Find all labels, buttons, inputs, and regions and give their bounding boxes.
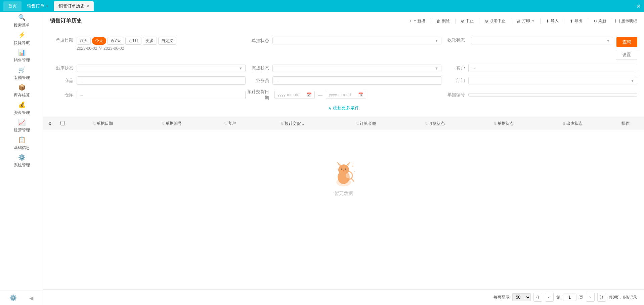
- import-button[interactable]: ⬇ 导入: [544, 17, 561, 25]
- filter-customer-cell: 客户 ···: [441, 64, 637, 72]
- delivery-date-start[interactable]: yyyy-mm-dd 📅: [274, 91, 315, 99]
- date-dash: —: [318, 92, 323, 98]
- th-order-amount: ⇅ 订单金额: [332, 117, 400, 130]
- date-btn-1month[interactable]: 近1月: [125, 37, 142, 45]
- tab-home[interactable]: 首页: [3, 1, 22, 11]
- date-btn-group: 昨天 今天 近7天 近1月 更多 自定义: [77, 37, 176, 45]
- window-close-btn[interactable]: ✕: [636, 3, 641, 9]
- sidebar-item-system-mgmt[interactable]: ⚙️ 系统管理: [0, 152, 43, 169]
- filter-order-number-cell: 单据编号: [441, 92, 637, 98]
- order-status-select[interactable]: ▼: [272, 37, 441, 44]
- page-title-row: 销售订单历史 ＋ + 新增 🗑 删除 ⊘ 中止: [50, 17, 637, 25]
- th-action: 操作: [607, 117, 644, 130]
- th-order-amount-sort-icon[interactable]: ⇅: [356, 122, 359, 125]
- th-expected-delivery-sort-icon[interactable]: ⇅: [281, 122, 284, 125]
- delete-icon: 🗑: [436, 19, 440, 24]
- delete-button[interactable]: 🗑 删除: [434, 17, 452, 25]
- sidebar-item-inventory-label: 库存核算: [14, 92, 30, 98]
- department-chevron: ▼: [631, 79, 634, 83]
- salesperson-label: 业务员: [246, 78, 272, 84]
- date-btn-more[interactable]: 更多: [143, 37, 157, 45]
- sidebar-item-operations[interactable]: 📈 经营管理: [0, 117, 43, 135]
- display-detail-checkbox[interactable]: [615, 19, 620, 23]
- product-label: 商品: [50, 78, 77, 84]
- tab-sales-order-close[interactable]: ×: [46, 4, 48, 8]
- sidebar-item-quick-nav[interactable]: ⚡ 快捷导航: [0, 30, 43, 47]
- tab-sales-order[interactable]: 销售订单 ×: [22, 1, 53, 11]
- page-number-input[interactable]: 1: [563, 294, 576, 301]
- import-icon: ⬇: [546, 19, 549, 24]
- delivery-date-end[interactable]: yyyy-mm-dd 📅: [326, 91, 366, 99]
- prev-page-btn[interactable]: ＜: [545, 293, 554, 302]
- sidebar-collapse-icon[interactable]: ◀: [29, 295, 33, 301]
- tab-home-label: 首页: [8, 3, 17, 9]
- per-page-select[interactable]: 50 20 100: [512, 293, 531, 301]
- th-delivery-status: ⇅ 出库状态: [538, 117, 607, 130]
- sidebar-item-basic-info[interactable]: 📋 基础信息: [0, 135, 43, 152]
- toolbar-sep-3: [479, 18, 479, 24]
- filter-row-2: 出库状态 ▼ 完成状态 ▼ 客户 ···: [50, 64, 637, 72]
- sidebar-settings-icon[interactable]: ⚙️: [9, 294, 17, 302]
- sidebar-item-sales-mgmt[interactable]: 📊 销售管理: [0, 47, 43, 65]
- table-header-row: ⚙ ⇅ 单据日期 ⇅: [43, 117, 644, 130]
- sidebar-item-finance[interactable]: 💰 资金管理: [0, 100, 43, 117]
- filter-row-3: 商品 ··· 业务员 ··· 部门 ▼: [50, 76, 637, 85]
- th-customer-sort-icon[interactable]: ⇅: [224, 122, 227, 125]
- page-header: 销售订单历史 ＋ + 新增 🗑 删除 ⊘ 中止: [43, 12, 644, 32]
- th-order-status-sort-icon[interactable]: ⇅: [494, 122, 497, 125]
- date-btn-yesterday[interactable]: 昨天: [77, 37, 91, 45]
- svg-text:✦: ✦: [352, 165, 354, 168]
- tab-sales-order-label: 销售订单: [27, 3, 44, 9]
- next-page-btn[interactable]: ＞: [586, 293, 595, 302]
- filter-department-cell: 部门 ▼: [441, 77, 637, 84]
- stop-button[interactable]: ⊘ 中止: [459, 17, 476, 25]
- date-btn-today[interactable]: 今天: [92, 37, 106, 45]
- refresh-button[interactable]: ↻ 刷新: [592, 17, 608, 25]
- sidebar-item-operations-label: 经营管理: [14, 127, 30, 133]
- delivery-status-select[interactable]: ▼: [77, 65, 246, 72]
- settings-button[interactable]: 设置: [616, 50, 637, 60]
- filter-date-cell: 单据日期 昨天 今天 近7天 近1月 更多 自定义 2023-06-02 至 2…: [50, 37, 246, 51]
- query-button[interactable]: 查询: [616, 37, 637, 47]
- th-checkbox[interactable]: [56, 117, 69, 130]
- sidebar-item-inventory[interactable]: 📦 库存核算: [0, 82, 43, 100]
- filter-row-4: 仓库 ··· 预计交货日期 yyyy-mm-dd 📅 — yyyy-mm-dd …: [50, 89, 637, 101]
- sidebar-item-purchase-mgmt[interactable]: 🛒 采购管理: [0, 65, 43, 82]
- product-input[interactable]: ···: [77, 76, 246, 85]
- print-button[interactable]: 🖨 打印 ▼: [515, 17, 537, 25]
- date-btn-custom[interactable]: 自定义: [158, 37, 176, 45]
- th-date-sort-icon[interactable]: ⇅: [93, 122, 96, 125]
- th-number-sort-icon[interactable]: ⇅: [162, 122, 165, 125]
- svg-line-12: [351, 179, 354, 181]
- empty-text: 暂无数据: [334, 191, 353, 197]
- salesperson-input[interactable]: ···: [272, 76, 441, 85]
- order-number-input[interactable]: [468, 93, 637, 97]
- toolbar-sep-8: [612, 18, 612, 24]
- collapse-btn[interactable]: ∧ 收起更多条件: [50, 104, 637, 112]
- payment-status-select[interactable]: ▼: [471, 37, 613, 44]
- th-settings[interactable]: ⚙: [43, 117, 56, 130]
- tab-sales-order-history-close[interactable]: ×: [87, 4, 89, 8]
- completion-status-select[interactable]: ▼: [272, 65, 441, 72]
- th-delivery-status-sort-icon[interactable]: ⇅: [563, 122, 565, 125]
- order-status-label: 单据状态: [246, 38, 272, 44]
- sidebar-item-search-menu[interactable]: 🔍 搜索菜单: [0, 12, 43, 30]
- last-page-btn[interactable]: ⟩⟩: [597, 293, 606, 302]
- customer-input[interactable]: ···: [468, 64, 637, 72]
- tab-sales-order-history[interactable]: 销售订单历史 ×: [54, 1, 93, 11]
- warehouse-input[interactable]: ···: [77, 91, 246, 99]
- empty-illustration: ✦ ✦ ✦: [327, 157, 360, 191]
- per-page-label: 每页显示: [493, 295, 510, 300]
- cancel-stop-button[interactable]: ⊙ 取消中止: [483, 17, 508, 25]
- action-buttons: 查询 设置: [616, 37, 637, 60]
- select-all-checkbox[interactable]: [60, 121, 65, 125]
- export-button[interactable]: ⬆ 导出: [568, 17, 585, 25]
- th-payment-status-sort-icon[interactable]: ⇅: [425, 122, 428, 125]
- date-filter-controls: 昨天 今天 近7天 近1月 更多 自定义 2023-06-02 至 2023-0…: [77, 37, 176, 51]
- add-button[interactable]: ＋ + 新增: [406, 17, 427, 25]
- svg-point-9: [343, 170, 344, 171]
- department-select[interactable]: ▼: [468, 77, 637, 84]
- date-btn-7days[interactable]: 近7天: [108, 37, 124, 45]
- first-page-btn[interactable]: ⟨⟨: [533, 293, 542, 302]
- add-icon: ＋: [409, 18, 413, 24]
